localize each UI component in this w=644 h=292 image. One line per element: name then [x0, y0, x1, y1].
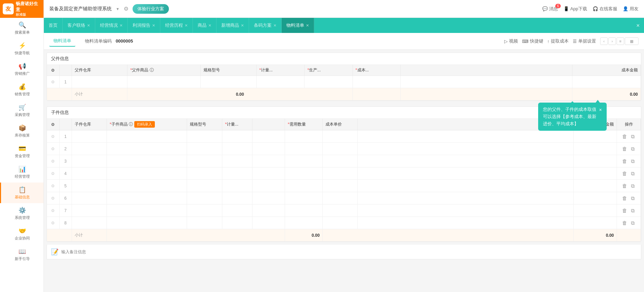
settings-gear-icon[interactable]: ⚙ — [124, 5, 128, 12]
td-child-spec[interactable] — [187, 217, 222, 229]
delete-btn[interactable]: 🗑 — [621, 133, 628, 140]
delete-btn[interactable]: 🗑 — [621, 207, 628, 214]
tab-barcode[interactable]: 条码方案 ✕ — [249, 18, 282, 33]
td-child-goods[interactable] — [107, 217, 187, 229]
sidebar-item-inventory[interactable]: 📦 库存核算 — [0, 121, 44, 141]
td-child-warehouse[interactable] — [72, 143, 107, 155]
scan-btn[interactable]: 扫码录入 — [134, 121, 155, 128]
trial-btn[interactable]: 体验行业方案 — [133, 4, 169, 14]
td-child-qty[interactable] — [285, 192, 322, 205]
tab-history[interactable]: 经营历程 ✕ — [160, 18, 193, 33]
tab-customer[interactable]: 客户联络 ✕ — [63, 18, 95, 33]
sidebar-item-basic-info[interactable]: 📋 基础信息 — [0, 183, 44, 203]
td-cost[interactable] — [352, 76, 400, 88]
sidebar-item-ops[interactable]: 📊 经营管理 — [0, 162, 44, 183]
td-parent-warehouse[interactable] — [72, 76, 127, 88]
td-child-spec[interactable] — [187, 155, 222, 167]
delete-btn[interactable]: 🗑 — [621, 195, 628, 201]
td-child-unit-cost[interactable] — [323, 180, 358, 192]
td-child-warehouse[interactable] — [72, 130, 107, 143]
td-child-goods[interactable] — [107, 155, 187, 167]
td-child-spec[interactable] — [187, 180, 222, 192]
sidebar-item-search[interactable]: 🔍 搜索菜单 — [0, 18, 44, 38]
td-child-unit[interactable] — [222, 167, 252, 180]
tooltip-close-btn[interactable]: × — [599, 106, 602, 114]
message-btn[interactable]: 💬 消息 6 — [542, 6, 558, 12]
page-tab-bom[interactable]: 物料清单 — [49, 36, 75, 47]
td-child-warehouse[interactable] — [72, 155, 107, 167]
extract-cost-btn[interactable]: ↑ 提取成本 — [547, 38, 569, 44]
td-child-spec[interactable] — [187, 143, 222, 155]
close-icon[interactable]: ✕ — [241, 23, 244, 28]
td-child-qty[interactable] — [285, 143, 322, 155]
td-child-unit[interactable] — [222, 155, 252, 167]
td-produce[interactable] — [305, 76, 352, 88]
copy-btn[interactable]: ⧉ — [629, 207, 636, 214]
sidebar-item-sales[interactable]: 💰 销售管理 — [0, 80, 44, 100]
td-parent-goods[interactable] — [127, 76, 201, 88]
sidebar-item-guide[interactable]: 📖 新手引导 — [0, 244, 44, 265]
td-child-unit[interactable] — [222, 217, 252, 229]
copy-btn[interactable]: ⧉ — [629, 220, 636, 226]
close-icon[interactable]: ✕ — [273, 23, 276, 28]
system-title-arrow[interactable]: ▼ — [116, 7, 120, 11]
tab-business[interactable]: 经营情况 ✕ — [95, 18, 128, 33]
close-icon[interactable]: ✕ — [208, 23, 211, 28]
td-child-qty[interactable] — [285, 167, 322, 180]
user-menu[interactable]: 👤 用友 — [623, 6, 639, 12]
delete-btn[interactable]: 🗑 — [621, 170, 628, 177]
close-icon[interactable]: ✕ — [152, 23, 155, 28]
sidebar-item-finance[interactable]: 💳 资金管理 — [0, 141, 44, 162]
close-icon[interactable]: ✕ — [87, 23, 90, 28]
td-child-spec[interactable] — [187, 205, 222, 217]
td-child-unit[interactable] — [222, 130, 252, 143]
tab-profit[interactable]: 利润报告 ✕ — [128, 18, 160, 33]
sidebar-item-purchase[interactable]: 🛒 采购管理 — [0, 100, 44, 121]
td-child-warehouse[interactable] — [72, 192, 107, 205]
td-child-goods[interactable] — [107, 192, 187, 205]
td-child-warehouse[interactable] — [72, 205, 107, 217]
single-setting-btn[interactable]: ☰ 单据设置 — [573, 38, 596, 44]
copy-btn[interactable]: ⧉ — [629, 183, 636, 189]
app-download-btn[interactable]: 📱 App下载 — [564, 6, 587, 12]
online-service-btn[interactable]: 🎧 在线客服 — [593, 6, 617, 12]
copy-btn[interactable]: ⧉ — [629, 158, 636, 165]
menu-arrow[interactable]: ≡ — [617, 37, 624, 45]
copy-btn[interactable]: ⧉ — [629, 145, 636, 152]
td-child-unit-cost[interactable] — [323, 192, 358, 205]
td-child-qty[interactable] — [285, 180, 322, 192]
td-child-unit-cost[interactable] — [323, 205, 358, 217]
td-child-unit[interactable] — [222, 180, 252, 192]
td-child-goods[interactable] — [107, 205, 187, 217]
tab-home[interactable]: 首页 — [44, 18, 63, 33]
td-spec[interactable] — [201, 76, 257, 88]
sidebar-item-collab[interactable]: 🤝 企业协同 — [0, 224, 44, 244]
prev-arrow[interactable]: ‹ — [600, 37, 608, 45]
delete-btn[interactable]: 🗑 — [621, 219, 628, 226]
td-child-unit-cost[interactable] — [323, 217, 358, 229]
td-child-warehouse[interactable] — [72, 167, 107, 180]
tab-new-goods[interactable]: 新增商品 ✕ — [216, 18, 249, 33]
close-icon[interactable]: ✕ — [185, 23, 188, 28]
td-child-unit-cost[interactable] — [323, 143, 358, 155]
copy-btn[interactable]: ⧉ — [629, 170, 636, 177]
td-child-unit[interactable] — [222, 143, 252, 155]
td-child-goods[interactable] — [107, 130, 187, 143]
td-child-spec[interactable] — [187, 167, 222, 180]
copy-btn[interactable]: ⧉ — [629, 133, 636, 140]
td-child-spec[interactable] — [187, 192, 222, 205]
close-all-tabs[interactable]: ✕ — [632, 18, 644, 33]
td-child-spec[interactable] — [187, 130, 222, 143]
shortcut-btn[interactable]: ⌨ 快捷键 — [522, 38, 543, 44]
td-unit[interactable] — [256, 76, 304, 88]
sidebar-item-system[interactable]: ⚙️ 系统管理 — [0, 203, 44, 224]
close-icon[interactable]: ✕ — [306, 23, 309, 28]
delete-btn[interactable]: 🗑 — [621, 182, 628, 189]
copy-btn[interactable]: ⧉ — [629, 195, 636, 202]
tab-bom[interactable]: 物料清单 ✕ — [282, 18, 314, 33]
grid-icon[interactable]: ▦ — [625, 37, 639, 45]
td-child-warehouse[interactable] — [72, 217, 107, 229]
sidebar-item-marketing[interactable]: 📢 营销推广 — [0, 59, 44, 80]
close-icon[interactable]: ✕ — [120, 23, 123, 28]
td-child-unit[interactable] — [222, 192, 252, 205]
